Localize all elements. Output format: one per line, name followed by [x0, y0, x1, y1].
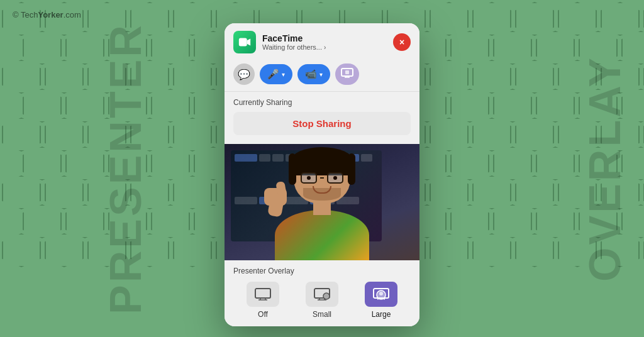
overlay-option-small[interactable]: Small — [306, 282, 338, 319]
sharing-section: Currently Sharing Stop Sharing — [225, 92, 419, 144]
app-text: FaceTime Waiting for others... › — [262, 33, 326, 51]
svg-marker-1 — [247, 39, 251, 46]
overlay-option-large[interactable]: Large — [365, 282, 397, 319]
overlay-small-label: Small — [313, 310, 331, 319]
svg-rect-3 — [345, 70, 349, 74]
presenter-icon — [341, 68, 353, 81]
controls-row: 💬 🎤 ▾ 📹 ▾ — [225, 60, 419, 91]
facetime-card: FaceTime Waiting for others... › × 💬 🎤 ▾… — [225, 23, 419, 326]
mic-caret: ▾ — [282, 71, 285, 78]
watermark-brand-bold: Yorker — [38, 10, 63, 19]
app-status-text: Waiting for others... — [262, 43, 322, 51]
overlay-off-label: Off — [258, 310, 268, 319]
card-header: FaceTime Waiting for others... › × — [225, 23, 419, 60]
app-status-chevron: › — [324, 44, 326, 51]
presenter-overlay-button[interactable] — [335, 64, 359, 85]
overlay-large-icon — [372, 287, 390, 301]
app-info: FaceTime Waiting for others... › — [233, 31, 326, 53]
sharing-label: Currently Sharing — [233, 98, 411, 107]
overlay-section-label: Presenter Overlay — [233, 267, 411, 275]
svg-rect-4 — [255, 289, 270, 298]
svg-rect-0 — [239, 38, 247, 47]
overlay-small-icon-box — [306, 282, 338, 307]
overlay-large-icon-box — [365, 282, 397, 307]
watermark-domain: .com — [64, 10, 81, 19]
app-status: Waiting for others... › — [262, 43, 326, 51]
stop-sharing-button[interactable]: Stop Sharing — [233, 112, 411, 135]
overlay-off-icon-box — [247, 282, 279, 307]
svg-point-15 — [379, 292, 383, 296]
camera-button[interactable]: 📹 ▾ — [297, 64, 330, 84]
overlay-options: Off Small — [233, 282, 411, 319]
camera-caret: ▾ — [319, 71, 323, 78]
watermark-brand-plain: Tech — [21, 10, 38, 19]
mic-button[interactable]: 🎤 ▾ — [260, 64, 292, 84]
overlay-small-icon — [313, 287, 331, 301]
video-preview — [225, 144, 419, 260]
overlay-off-icon — [254, 287, 272, 301]
chat-icon: 💬 — [238, 69, 250, 80]
camera-icon: 📹 — [305, 69, 317, 80]
facetime-app-icon — [233, 31, 256, 53]
person-figure — [225, 144, 419, 260]
mic-icon: 🎤 — [267, 69, 279, 80]
close-button[interactable]: × — [393, 33, 411, 51]
watermark-prefix: © — [13, 10, 19, 19]
overlay-section: Presenter Overlay Off — [225, 260, 419, 326]
watermark: © TechYorker.com — [13, 10, 81, 19]
chat-button[interactable]: 💬 — [233, 64, 255, 85]
hand-gesture — [264, 182, 292, 216]
overlay-large-label: Large — [372, 310, 391, 319]
app-name: FaceTime — [262, 33, 326, 43]
overlay-option-off[interactable]: Off — [247, 282, 279, 319]
